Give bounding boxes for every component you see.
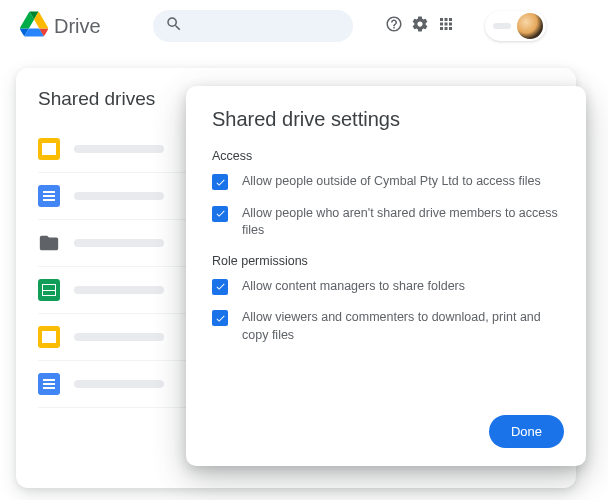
- chip-placeholder: [493, 23, 511, 29]
- done-button[interactable]: Done: [489, 415, 564, 448]
- item-name-placeholder: [74, 380, 164, 388]
- item-name-placeholder: [74, 192, 164, 200]
- docs-icon: [38, 185, 60, 207]
- search-input[interactable]: [153, 10, 353, 42]
- slides-icon: [38, 326, 60, 348]
- setting-label: Allow people who aren't shared drive mem…: [242, 205, 560, 240]
- section-role: Role permissions: [212, 254, 560, 268]
- header-actions: [385, 15, 455, 37]
- setting-label: Allow content managers to share folders: [242, 278, 465, 296]
- apps-icon[interactable]: [437, 15, 455, 37]
- drive-logo-text: Drive: [54, 15, 101, 38]
- checkbox-viewers-download[interactable]: [212, 310, 228, 326]
- account-chip[interactable]: [485, 11, 546, 41]
- slides-icon: [38, 138, 60, 160]
- checkbox-access-non-members[interactable]: [212, 206, 228, 222]
- section-access: Access: [212, 149, 560, 163]
- setting-row: Allow people who aren't shared drive mem…: [212, 205, 560, 240]
- setting-label: Allow people outside of Cymbal Pty Ltd t…: [242, 173, 541, 191]
- setting-row: Allow viewers and commenters to download…: [212, 309, 560, 344]
- item-name-placeholder: [74, 286, 164, 294]
- setting-row: Allow content managers to share folders: [212, 278, 560, 296]
- checkbox-content-managers-share[interactable]: [212, 279, 228, 295]
- shared-drive-settings-dialog: Shared drive settings Access Allow peopl…: [186, 86, 586, 466]
- item-name-placeholder: [74, 333, 164, 341]
- folder-icon: [38, 232, 60, 254]
- item-name-placeholder: [74, 239, 164, 247]
- checkbox-access-outside-org[interactable]: [212, 174, 228, 190]
- app-header: Drive: [0, 0, 608, 52]
- setting-row: Allow people outside of Cymbal Pty Ltd t…: [212, 173, 560, 191]
- sheets-icon: [38, 279, 60, 301]
- dialog-title: Shared drive settings: [212, 108, 560, 131]
- avatar: [517, 13, 543, 39]
- docs-icon: [38, 373, 60, 395]
- setting-label: Allow viewers and commenters to download…: [242, 309, 560, 344]
- search-icon: [165, 15, 183, 37]
- drive-logo-icon: [20, 10, 48, 42]
- help-icon[interactable]: [385, 15, 403, 37]
- item-name-placeholder: [74, 145, 164, 153]
- gear-icon[interactable]: [411, 15, 429, 37]
- drive-logo[interactable]: Drive: [20, 10, 101, 42]
